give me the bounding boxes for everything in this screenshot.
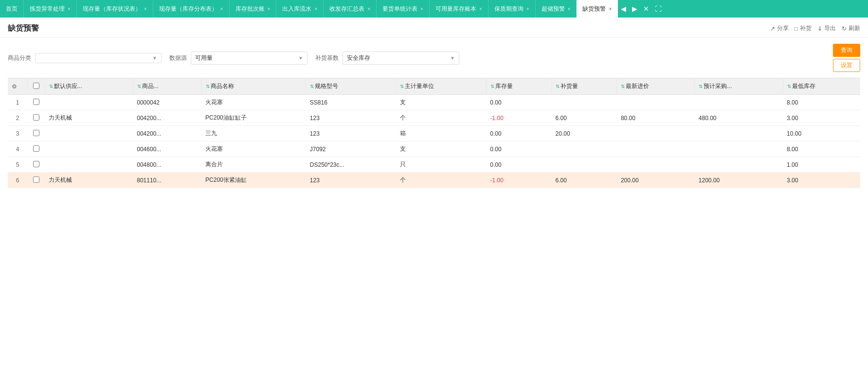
close-icon[interactable]: × <box>420 6 423 12</box>
row-code: 004200... <box>133 126 201 141</box>
datasource-value: 可用量 <box>195 54 294 62</box>
row-stock: 0.00 <box>486 95 551 110</box>
row-supplier: 力天机械 <box>45 110 133 126</box>
tab-expand-btn[interactable]: ⛶ <box>652 0 665 18</box>
tab-shelf-life[interactable]: 保质期查询 × <box>488 0 536 18</box>
row-replenish <box>552 157 617 173</box>
row-min-stock: 8.00 <box>783 141 860 157</box>
chevron-down-icon: ▼ <box>450 55 455 61</box>
query-button[interactable]: 查询 <box>833 44 860 57</box>
tab-inventory-status[interactable]: 现存量（库存状况表） × <box>77 0 153 18</box>
th-checkbox <box>27 78 45 95</box>
row-num: 1 <box>8 95 27 110</box>
close-icon[interactable]: × <box>367 6 370 12</box>
row-latest-price <box>617 95 695 110</box>
tab-close-btn[interactable]: ✕ <box>640 0 652 18</box>
row-spec: 123 <box>306 126 396 141</box>
tab-home[interactable]: 首页 <box>0 0 24 18</box>
gear-icon[interactable]: ⚙ <box>12 83 17 90</box>
row-checkbox[interactable] <box>33 145 39 152</box>
row-supplier <box>45 95 133 110</box>
close-icon[interactable]: × <box>609 6 612 12</box>
row-checkbox[interactable] <box>33 114 39 121</box>
table-row: 4 004600... 火花塞 J7092 支 0.00 8.00 <box>8 141 860 157</box>
tab-inventory-dist[interactable]: 现存量（库存分布表） × <box>153 0 230 18</box>
sort-icon: ⇅ <box>310 84 314 89</box>
replenish-icon: □ <box>795 25 798 32</box>
row-unit: 箱 <box>396 126 487 141</box>
row-name: 三九 <box>201 126 306 141</box>
row-replenish <box>552 141 617 157</box>
sort-icon: ⇅ <box>49 84 53 89</box>
close-icon[interactable]: × <box>268 6 271 12</box>
select-all-checkbox[interactable] <box>33 83 39 89</box>
row-unit: 支 <box>396 95 487 110</box>
replenish-button[interactable]: □ 补货 <box>795 24 812 33</box>
row-name: PC200张紧油缸 <box>201 173 306 188</box>
row-checkbox-cell <box>27 141 45 157</box>
th-min-stock: ⇅最低库存 <box>783 78 860 95</box>
row-supplier <box>45 157 133 173</box>
replenish-basis-select[interactable]: 安全库存 ▼ <box>343 52 459 65</box>
row-checkbox[interactable] <box>33 130 39 136</box>
tab-shortage[interactable]: 缺货预警 × <box>577 0 618 18</box>
row-checkbox[interactable] <box>33 161 39 167</box>
row-unit: 支 <box>396 141 487 157</box>
row-estimated <box>695 157 783 173</box>
tab-picking[interactable]: 拣货异常处理 × <box>24 0 77 18</box>
tab-available[interactable]: 可用量库存账本 × <box>430 0 488 18</box>
tab-next-btn[interactable]: ▶ <box>629 0 640 18</box>
export-button[interactable]: ⇓ 导出 <box>817 24 836 33</box>
category-select[interactable]: ▼ <box>35 53 162 63</box>
row-stock: 0.00 <box>486 126 551 141</box>
sort-icon: ⇅ <box>490 84 494 89</box>
datasource-select[interactable]: 可用量 ▼ <box>191 52 307 65</box>
row-checkbox[interactable] <box>33 176 39 183</box>
close-icon[interactable]: × <box>314 6 317 12</box>
row-estimated <box>695 95 783 110</box>
row-num: 3 <box>8 126 27 141</box>
table-row: 3 004200... 三九 123 箱 0.00 20.00 10.00 <box>8 126 860 141</box>
tab-batch[interactable]: 库存批次账 × <box>230 0 277 18</box>
refresh-button[interactable]: ↻ 刷新 <box>842 24 860 33</box>
row-spec: 123 <box>306 173 396 188</box>
filter-bar: 商品分类 ▼ 数据源 可用量 ▼ 补货基数 安全库存 ▼ 查询 设置 <box>0 38 868 78</box>
row-stock: -1.00 <box>486 110 551 126</box>
close-icon[interactable]: × <box>526 6 529 12</box>
close-icon[interactable]: × <box>144 6 147 12</box>
row-checkbox[interactable] <box>33 99 39 105</box>
row-replenish: 6.00 <box>552 110 617 126</box>
row-name: PC200油缸缸子 <box>201 110 306 126</box>
replenish-basis-label: 补货基数 <box>315 54 339 62</box>
close-icon[interactable]: × <box>220 6 223 12</box>
tab-summary[interactable]: 收发存汇总表 × <box>324 0 377 18</box>
datasource-label: 数据源 <box>169 54 187 62</box>
row-checkbox-cell <box>27 173 45 188</box>
setting-button[interactable]: 设置 <box>833 59 860 72</box>
row-replenish: 6.00 <box>552 173 617 188</box>
tab-prev-btn[interactable]: ◀ <box>618 0 629 18</box>
filter-actions: 查询 设置 <box>833 44 860 72</box>
th-code: ⇅商品... <box>133 78 201 95</box>
row-latest-price <box>617 141 695 157</box>
table-container: ⚙ ⇅默认供应... ⇅商品... ⇅商品名称 ⇅规格型号 <box>0 78 868 196</box>
row-unit: 个 <box>396 110 487 126</box>
tab-flow[interactable]: 出入库流水 × <box>276 0 324 18</box>
close-icon[interactable]: × <box>479 6 482 12</box>
datasource-filter: 数据源 可用量 ▼ <box>169 52 307 65</box>
row-supplier <box>45 141 133 157</box>
sort-icon: ⇅ <box>621 84 625 89</box>
share-button[interactable]: ↗ 分享 <box>770 24 789 33</box>
tab-overstock[interactable]: 超储预警 × <box>536 0 577 18</box>
th-gear: ⚙ <box>8 78 27 95</box>
th-latest-price: ⇅最新进价 <box>617 78 695 95</box>
table-row: 2 力天机械 004200... PC200油缸缸子 123 个 -1.00 6… <box>8 110 860 126</box>
replenish-basis-filter: 补货基数 安全库存 ▼ <box>315 52 459 65</box>
close-icon[interactable]: × <box>68 6 71 12</box>
tab-demand[interactable]: 要货单统计表 × <box>377 0 430 18</box>
sort-icon: ⇅ <box>400 84 404 89</box>
close-icon[interactable]: × <box>568 6 571 12</box>
row-stock: -1.00 <box>486 173 551 188</box>
row-code: 004800... <box>133 157 201 173</box>
row-name: 火花塞 <box>201 141 306 157</box>
